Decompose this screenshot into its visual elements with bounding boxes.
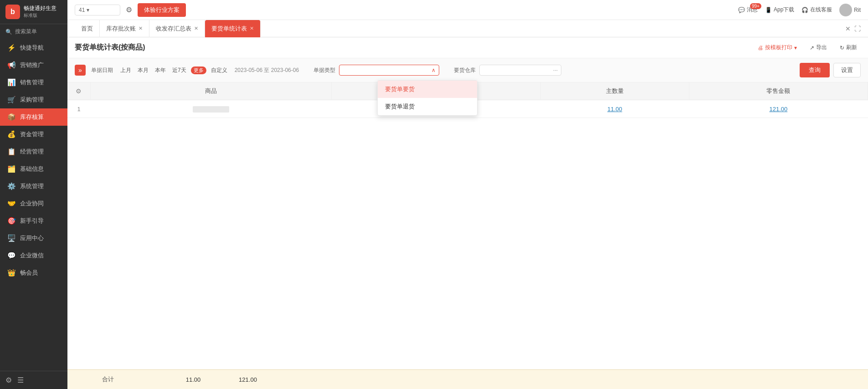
topbar-gear-icon[interactable]: ⚙	[126, 5, 132, 14]
operations-icon: 📋	[7, 148, 15, 156]
main-area: 41 ▾ ⚙ 体验行业方案 💬 消息 99+ 📱 App下载 🎧 在线客服 Ri…	[67, 0, 868, 389]
avatar	[839, 4, 852, 16]
close-tab-inventory-batch[interactable]: ✕	[139, 26, 143, 31]
inventory-icon: 📦	[7, 113, 15, 121]
footer-quantity-value: 11.00	[186, 376, 201, 383]
finance-icon: 💰	[7, 130, 15, 138]
last-7-days-btn[interactable]: 近7天	[170, 66, 188, 75]
user-avatar-item[interactable]: Rit	[839, 4, 861, 16]
sales-icon: 📊	[7, 78, 15, 87]
sidebar-item-wechat[interactable]: 💬 企业微信	[0, 247, 67, 264]
last-month-btn[interactable]: 上月	[118, 66, 133, 75]
app-name: 畅捷通好生意	[24, 5, 56, 12]
tab-order-stats[interactable]: 要货单统计表 ✕	[205, 20, 261, 37]
tabs-actions: ✕ ⛶	[845, 25, 861, 32]
message-badge: 99+	[750, 3, 761, 9]
close-tab-receive-summary[interactable]: ✕	[194, 26, 198, 31]
sidebar-item-label: 采购管理	[20, 96, 44, 104]
sidebar-item-enterprise[interactable]: 🤝 企业协同	[0, 195, 67, 212]
online-service-item[interactable]: 🎧 在线客服	[801, 6, 832, 14]
logo-icon: b	[5, 5, 20, 19]
sidebar-item-operations[interactable]: 📋 经营管理	[0, 143, 67, 160]
footer-quantity: 11.00	[166, 376, 221, 383]
sidebar-item-finance[interactable]: 💰 资金管理	[0, 126, 67, 143]
topbar: 41 ▾ ⚙ 体验行业方案 💬 消息 99+ 📱 App下载 🎧 在线客服 Ri…	[67, 0, 868, 20]
sidebar-bottom: ⚙ ☰	[0, 371, 67, 389]
tab-inventory-batch[interactable]: 库存批次账 ✕	[100, 20, 149, 37]
close-tab-order-stats[interactable]: ✕	[250, 26, 254, 31]
guide-icon: 🎯	[7, 217, 15, 225]
date-label: 单据日期	[91, 67, 113, 74]
menu-toggle-icon[interactable]: ☰	[17, 376, 24, 384]
filter-settings-button[interactable]: 设置	[833, 63, 861, 77]
sidebar-item-vip[interactable]: 👑 畅会员	[0, 264, 67, 282]
enterprise-icon: 🤝	[7, 200, 15, 208]
tab-inventory-batch-label: 库存批次账	[106, 25, 136, 33]
tab-home[interactable]: 首页	[75, 20, 100, 37]
expand-filter-button[interactable]: »	[75, 65, 86, 76]
type-label: 单据类型	[313, 67, 335, 74]
trial-button[interactable]: 体验行业方案	[138, 3, 186, 17]
sidebar-item-purchase[interactable]: 🛒 采购管理	[0, 91, 67, 108]
export-button[interactable]: ↗ 导出	[806, 42, 831, 53]
this-year-btn[interactable]: 本年	[153, 66, 168, 75]
close-all-tabs-icon[interactable]: ✕	[845, 25, 851, 32]
th-settings[interactable]: ⚙	[67, 82, 90, 100]
query-button[interactable]: 查询	[800, 63, 830, 77]
footer-total-label: 合计	[75, 375, 166, 384]
sidebar-item-quick-nav[interactable]: ⚡ 快捷导航	[0, 39, 67, 56]
page-content: 要货单统计表(按商品) 🖨 按模板打印 ▾ ↗ 导出 ↻ 刷新	[67, 37, 868, 389]
sidebar-item-label: 企业协同	[20, 200, 44, 208]
warehouse-filter-section: 要货仓库 ···	[454, 65, 561, 76]
expand-icon: »	[78, 67, 82, 74]
message-item[interactable]: 💬 消息 99+	[738, 6, 758, 14]
filter-actions: 查询 设置	[800, 63, 861, 77]
tab-order-stats-label: 要货单统计表	[211, 25, 247, 33]
row-num: 1	[67, 100, 90, 118]
dropdown-item-order-return[interactable]: 要货单退货	[378, 98, 477, 115]
sidebar-item-label: 畅会员	[20, 269, 38, 277]
sidebar-item-label: 应用中心	[20, 234, 44, 242]
app-download-item[interactable]: 📱 App下载	[765, 6, 794, 14]
refresh-button[interactable]: ↻ 刷新	[836, 42, 861, 53]
sidebar-item-basic-info[interactable]: 🗂️ 基础信息	[0, 160, 67, 178]
custom-date-btn[interactable]: 自定义	[209, 66, 229, 75]
company-selector[interactable]: 41 ▾	[75, 5, 120, 15]
this-month-btn[interactable]: 本月	[136, 66, 150, 75]
quantity-cell[interactable]: 11.00	[540, 100, 689, 118]
settings-icon[interactable]: ⚙	[5, 376, 12, 384]
sidebar-item-guide[interactable]: 🎯 新手引导	[0, 212, 67, 230]
type-input[interactable]	[339, 65, 439, 76]
export-label: 导出	[816, 44, 827, 51]
sidebar-item-label: 新手引导	[20, 217, 44, 225]
basic-info-icon: 🗂️	[7, 165, 15, 173]
more-dates-btn[interactable]: 更多	[191, 67, 206, 74]
sidebar-item-marketing[interactable]: 📢 营销推广	[0, 56, 67, 74]
th-product: 商品	[90, 82, 332, 100]
chevron-down-icon: ▾	[794, 45, 797, 51]
footer-amount-value: 121.00	[239, 376, 257, 383]
sidebar-item-sales[interactable]: 📊 销售管理	[0, 74, 67, 91]
sidebar-item-label: 企业微信	[20, 251, 44, 260]
tab-receive-summary[interactable]: 收发存汇总表 ✕	[149, 20, 205, 37]
print-button[interactable]: 🖨 按模板打印 ▾	[754, 42, 801, 53]
warehouse-input-wrap: ···	[479, 65, 561, 76]
online-service-label: 在线客服	[810, 6, 832, 14]
page-actions: 🖨 按模板打印 ▾ ↗ 导出 ↻ 刷新	[754, 42, 861, 53]
date-shortcuts: 上月 本月 本年 近7天 更多 自定义	[118, 66, 229, 75]
warehouse-input[interactable]	[479, 65, 561, 76]
tab-home-label: 首页	[81, 25, 93, 33]
vip-icon: 👑	[7, 269, 15, 277]
dropdown-item-label: 要货单要货	[385, 86, 415, 92]
dropdown-item-order-goods[interactable]: 要货单要货	[378, 81, 477, 98]
sidebar-item-label: 经营管理	[20, 148, 44, 156]
maximize-icon[interactable]: ⛶	[854, 25, 861, 32]
sidebar-item-inventory[interactable]: 📦 库存核算	[0, 108, 67, 126]
tabs-bar: 首页 库存批次账 ✕ 收发存汇总表 ✕ 要货单统计表 ✕ ✕ ⛶	[67, 20, 868, 37]
footer-amount: 121.00	[221, 376, 275, 383]
sidebar-item-app-center[interactable]: 🖥️ 应用中心	[0, 230, 67, 247]
amount-cell[interactable]: 121.00	[689, 100, 868, 118]
sidebar-item-system[interactable]: ⚙️ 系统管理	[0, 178, 67, 195]
type-filter-section: 单据类型 ∧	[313, 65, 439, 76]
search-menu[interactable]: 🔍 搜索菜单	[0, 24, 67, 39]
